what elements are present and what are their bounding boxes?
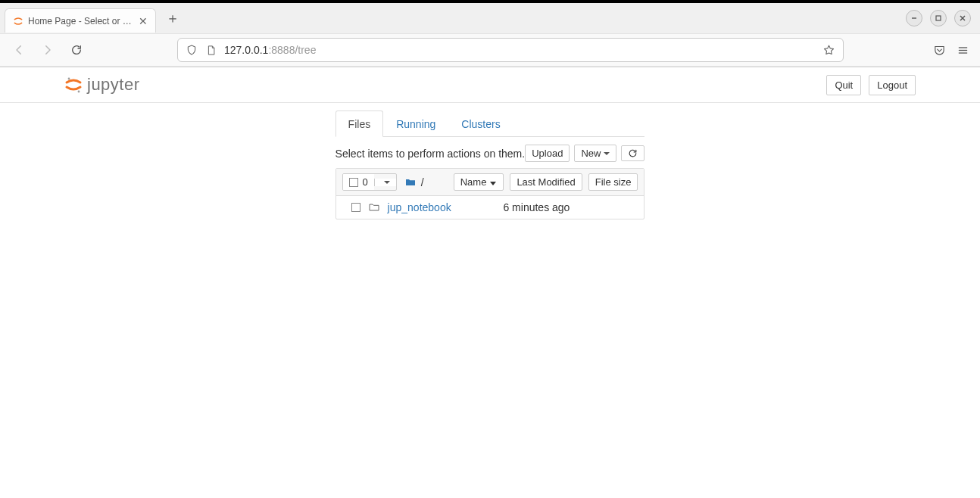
nav-reload-button[interactable] bbox=[65, 39, 88, 61]
breadcrumb-root[interactable]: / bbox=[421, 176, 424, 188]
nav-back-button[interactable] bbox=[8, 39, 30, 61]
sort-name-label: Name bbox=[460, 176, 487, 188]
refresh-button[interactable] bbox=[621, 145, 644, 161]
breadcrumb: / bbox=[404, 176, 424, 188]
caret-down-icon bbox=[384, 181, 390, 184]
list-item: jup_notebook 6 minutes ago bbox=[336, 196, 644, 219]
row-checkbox[interactable] bbox=[351, 203, 360, 212]
window-close-button[interactable] bbox=[954, 10, 971, 26]
svg-point-7 bbox=[68, 78, 70, 80]
tab-strip: Home Page - Select or crea ✕ ＋ bbox=[0, 3, 980, 33]
page-icon[interactable] bbox=[205, 45, 217, 56]
url-bar[interactable]: 127.0.0.1:8888/tree bbox=[177, 38, 844, 62]
svg-point-8 bbox=[78, 91, 80, 93]
tab-running[interactable]: Running bbox=[383, 110, 448, 136]
logout-button[interactable]: Logout bbox=[869, 75, 916, 95]
browser-tab-title: Home Page - Select or crea bbox=[28, 16, 134, 26]
jupyter-body: Files Running Clusters Select items to p… bbox=[329, 103, 651, 219]
caret-down-icon bbox=[604, 152, 610, 155]
svg-rect-1 bbox=[936, 16, 941, 20]
sort-name-button[interactable]: Name bbox=[454, 173, 504, 191]
new-dropdown-button[interactable]: New bbox=[574, 145, 616, 162]
sort-modified-button[interactable]: Last Modified bbox=[510, 173, 582, 191]
tab-files[interactable]: Files bbox=[336, 110, 384, 137]
selected-count: 0 bbox=[363, 176, 368, 188]
pocket-icon[interactable] bbox=[933, 44, 946, 57]
tab-close-icon[interactable]: ✕ bbox=[139, 16, 148, 26]
shield-icon[interactable] bbox=[186, 44, 198, 56]
jupyter-header: jupyter Quit Logout bbox=[0, 67, 980, 103]
jupyter-logo-text: jupyter bbox=[87, 75, 140, 95]
item-name[interactable]: jup_notebook bbox=[388, 201, 451, 213]
new-tab-button[interactable]: ＋ bbox=[162, 8, 183, 29]
action-hint: Select items to perform actions on them. bbox=[336, 148, 526, 160]
folder-outline-icon bbox=[368, 201, 380, 213]
window-maximize-button[interactable] bbox=[930, 10, 947, 26]
sort-size-button[interactable]: File size bbox=[588, 173, 638, 191]
action-row: Select items to perform actions on them.… bbox=[336, 137, 645, 168]
main-tabs: Files Running Clusters bbox=[336, 110, 645, 137]
new-label: New bbox=[581, 148, 601, 159]
item-modified: 6 minutes ago bbox=[463, 201, 570, 213]
browser-tab[interactable]: Home Page - Select or crea ✕ bbox=[5, 8, 156, 33]
nav-forward-button[interactable] bbox=[36, 39, 59, 61]
select-all-group: 0 bbox=[342, 173, 397, 191]
bookmark-star-icon[interactable] bbox=[822, 44, 835, 57]
url-text: 127.0.0.1:8888/tree bbox=[224, 44, 815, 56]
window-controls bbox=[906, 10, 975, 26]
jupyter-logo-icon bbox=[64, 76, 83, 94]
quit-button[interactable]: Quit bbox=[826, 75, 861, 95]
select-all-checkbox-seg[interactable]: 0 bbox=[343, 174, 374, 190]
browser-chrome: Home Page - Select or crea ✕ ＋ bbox=[0, 3, 980, 67]
file-list: 0 / Name Last Modified File size bbox=[336, 168, 645, 219]
address-bar-row: 127.0.0.1:8888/tree bbox=[0, 33, 980, 67]
window-minimize-button[interactable] bbox=[906, 10, 922, 26]
arrow-down-icon bbox=[489, 179, 497, 186]
file-list-header: 0 / Name Last Modified File size bbox=[336, 169, 644, 196]
toolbar-right-icons bbox=[933, 44, 972, 57]
url-path: :8888/tree bbox=[268, 44, 316, 56]
jupyter-logo[interactable]: jupyter bbox=[64, 72, 140, 98]
select-all-caret-seg[interactable] bbox=[374, 179, 396, 186]
refresh-icon bbox=[628, 148, 638, 158]
tab-clusters[interactable]: Clusters bbox=[448, 110, 513, 136]
url-host: 127.0.0.1 bbox=[224, 44, 268, 56]
hamburger-menu-icon[interactable] bbox=[957, 44, 969, 57]
jupyter-favicon bbox=[13, 16, 23, 26]
folder-icon[interactable] bbox=[404, 176, 417, 188]
select-all-checkbox[interactable] bbox=[349, 178, 358, 187]
upload-button[interactable]: Upload bbox=[525, 145, 570, 162]
